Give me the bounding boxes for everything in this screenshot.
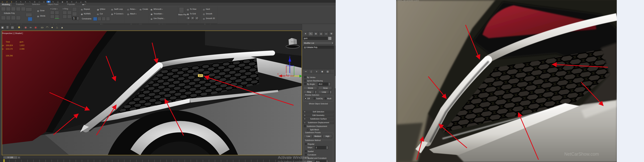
subdivision-displacement-checkbox[interactable]: Subdivision Displacement — [304, 125, 327, 127]
smooth30-button[interactable]: ▽Smooth 30 — [202, 17, 215, 20]
property-list-icon[interactable]: ▤ — [10, 25, 14, 30]
method-regular-radio[interactable]: Regular — [305, 143, 314, 145]
pin-stack-icon[interactable]: ⊸ — [303, 70, 308, 73]
align-y-button[interactable]: Y — [191, 17, 194, 20]
by-angle-spinner[interactable]: ▲▼ — [328, 82, 331, 86]
loop-mode-icon[interactable] — [55, 15, 59, 19]
method-spatial-radio[interactable]: Spatial — [305, 150, 314, 152]
qslice-button[interactable]: ◪QSlice — [96, 8, 105, 11]
vertex-mode-icon[interactable] — [1, 7, 6, 11]
ignore-backfacing-checkbox[interactable]: Ignore Backfacing — [304, 80, 323, 82]
edge-mode-icon[interactable] — [6, 7, 11, 11]
video-camera-icon[interactable]: ◉ — [34, 25, 38, 30]
viewcube[interactable]: RIGHT — [285, 36, 301, 50]
pm-tool-icon-1[interactable] — [1, 16, 6, 20]
smooth-edges-button[interactable]: ▽Smooth — [202, 12, 212, 16]
by-angle-value[interactable]: 45.0 — [318, 82, 329, 86]
teapot-icon[interactable]: ♨ — [55, 25, 59, 30]
msmooth-button[interactable]: ◧MSmooth ▾ — [150, 8, 163, 11]
preset-medium-button[interactable]: Medium — [313, 135, 322, 138]
object-name-field[interactable]: gum — [303, 37, 328, 40]
rollout-subdivision-surface[interactable]: +Subdivision Surface — [303, 117, 334, 120]
area-light-icon[interactable]: ▭ — [40, 25, 44, 30]
border-mode-icon[interactable] — [11, 7, 16, 11]
align-to-grid-button[interactable]: ▦To Grid — [186, 12, 196, 16]
modifier-list-dropdown[interactable]: Modifier List — [303, 42, 332, 45]
hard-edges-button[interactable]: ▽Hard — [202, 8, 210, 11]
layer-list-icon[interactable]: ☰ — [5, 25, 10, 30]
ring-grow-icon[interactable] — [62, 11, 67, 14]
selection-lock-icon[interactable] — [72, 8, 77, 12]
camera-icon[interactable]: ◉ — [24, 25, 28, 30]
constraint-face-icon[interactable] — [102, 17, 106, 21]
loop-grow-icon[interactable] — [50, 11, 54, 14]
grow-button-cp[interactable]: Grow — [318, 86, 332, 90]
edge-spinner[interactable]: ▲▼ — [326, 160, 328, 162]
tab-populate[interactable]: Populate — [66, 3, 77, 6]
cone-icon[interactable]: ▲ — [60, 25, 64, 30]
preset-low-button[interactable]: Low — [304, 135, 312, 138]
ring-shift-down-icon[interactable] — [67, 15, 72, 18]
constraint-none-icon[interactable] — [93, 17, 97, 21]
preview-subobj-radio[interactable]: SubObj — [314, 98, 323, 100]
method-curvature-radio[interactable]: Curvature — [305, 154, 316, 156]
paint-selection-icon[interactable] — [72, 12, 77, 16]
transform-gizmo[interactable]: Z X — [275, 56, 302, 79]
rollout-subdivision-displacement[interactable]: –Subdivision Displacement — [303, 121, 334, 124]
by-vertex-checkbox[interactable]: By Vertex — [304, 76, 316, 78]
remove-modifier-icon[interactable]: ◉ — [320, 70, 325, 73]
collapse-stack-icon[interactable] — [26, 8, 32, 12]
use-displacement-button[interactable]: ◭Use Displac... — [150, 17, 165, 20]
align-to-view-button[interactable]: ▢To View — [186, 8, 196, 11]
element-mode-icon[interactable] — [21, 7, 26, 11]
tab-modeling[interactable]: Modeling — [0, 3, 12, 6]
tessellate-button[interactable]: ▦Tessellate ▾ — [150, 12, 163, 16]
pm-tool-icon-3[interactable] — [11, 16, 16, 20]
modifier-list-caret-icon[interactable]: ˅ — [331, 42, 334, 45]
dome-light-icon[interactable]: ◠ — [45, 25, 49, 30]
display-tab-icon[interactable]: ▭ — [324, 32, 329, 36]
pm-tool-icon-2[interactable] — [6, 16, 11, 20]
loop-button[interactable]: Loop — [318, 90, 329, 94]
align-x-button[interactable]: X — [186, 17, 190, 20]
ring-shrink-icon[interactable] — [67, 11, 72, 14]
stereo-camera-icon[interactable]: ∞ — [28, 25, 33, 30]
pconnect-button[interactable]: ⊞P Connect ▾ — [111, 12, 124, 16]
selection-value-spinner[interactable]: ▲▼ — [76, 17, 79, 20]
relax-button[interactable]: ◠Relax ▾ — [127, 8, 136, 11]
tab-selection[interactable]: Selection — [30, 3, 42, 6]
loop-shrink-icon[interactable] — [55, 11, 59, 14]
ring-spinner[interactable]: ▲▼ — [314, 90, 317, 94]
align-z-button[interactable]: Z — [195, 17, 199, 20]
loop-spinner[interactable]: ▲▼ — [329, 90, 332, 94]
expand-stack-icon[interactable]: + — [304, 46, 306, 48]
utilities-tab-icon[interactable]: ⚒ — [329, 32, 334, 36]
ribbon-minimize-button[interactable]: ▬ ▾ — [80, 3, 87, 6]
window-icon[interactable]: ▣ — [0, 25, 5, 30]
hierarchy-tab-icon[interactable]: ⊞ — [313, 32, 318, 36]
attach-button[interactable]: ❏Attach ▾ — [127, 12, 137, 16]
tab-freeform[interactable]: Freeform — [14, 3, 26, 6]
previous-modifier-icon[interactable] — [26, 13, 32, 17]
track-bar-marker[interactable] — [3, 159, 5, 162]
time-slider-handle[interactable]: 0 / 100 — [3, 156, 18, 159]
loop-dropdown[interactable]: ═ Loop ▾ — [50, 8, 58, 10]
loop-shift-icon[interactable] — [50, 15, 54, 18]
pm-tool-icon-4[interactable] — [16, 16, 21, 20]
show-end-result-toggle-icon[interactable] — [28, 17, 32, 21]
create-button[interactable]: ✛Create — [139, 8, 148, 11]
show-end-result-icon[interactable]: ▯ — [308, 70, 314, 73]
track-bar[interactable] — [0, 159, 302, 162]
rollout-soft-selection[interactable]: +Soft Selection — [303, 110, 334, 113]
swift-loop-button[interactable]: ↯Swift Loop — [111, 8, 123, 11]
ring-shift-up-icon[interactable] — [62, 15, 67, 18]
constraint-normal-icon[interactable] — [106, 17, 110, 21]
steps-value[interactable]: 2 — [315, 146, 327, 149]
modifier-stack[interactable]: + Editable Poly — [303, 46, 334, 69]
object-color-swatch[interactable] — [328, 37, 332, 40]
motion-tab-icon[interactable]: ◎ — [318, 32, 324, 36]
preset-high-button[interactable]: High — [323, 135, 332, 138]
time-slider[interactable]: 0 / 100 > — [0, 156, 302, 159]
preview-off-radio[interactable]: Off — [304, 98, 310, 100]
preview-multi-radio[interactable]: Multi — [324, 98, 331, 100]
